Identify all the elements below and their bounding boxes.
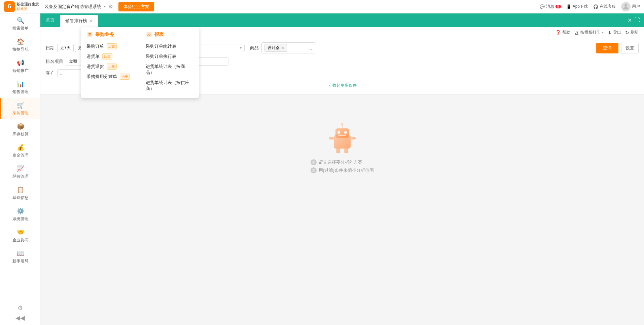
menu-item-expense[interactable]: 采购费用分摊单 历史 [85, 72, 136, 82]
sidebar-item-base[interactable]: 📋 基础信息 [0, 183, 40, 204]
sidebar-guide-label: 新手引导 [12, 258, 29, 264]
query-btn[interactable]: 查询 [596, 43, 618, 53]
goods-select[interactable]: 设计桑 ✕ ... [261, 42, 315, 53]
search-icon: 🔍 [17, 17, 24, 24]
system-title-arrow-icon[interactable]: ▾ [104, 5, 106, 8]
tab-window-close-icon[interactable]: ✕ [628, 17, 632, 24]
sidebar-settings-icon[interactable]: ⚙ [17, 304, 23, 312]
purchase-order-label: 采购订单 [86, 43, 104, 49]
sidebar-procurement-label: 采购管理 [12, 110, 29, 116]
settings-icon[interactable]: ⚙ [108, 3, 113, 10]
sidebar-item-finance[interactable]: 💰 资金管理 [0, 140, 40, 162]
empty-hints: ① 请先选择要分析的方案 ② 用[过滤]条件来缩小分析范围 [311, 159, 373, 173]
app-download-label: App下载 [573, 4, 588, 9]
sidebar-item-enterprise[interactable]: 🤝 企业协同 [0, 225, 40, 246]
sidebar-item-quick[interactable]: 🏠 快捷导航 [0, 35, 40, 56]
logo-badge: 标准版 [17, 7, 39, 11]
sidebar-item-system[interactable]: ⚙️ 系统管理 [0, 204, 40, 225]
goods-dots: ... [308, 45, 312, 51]
export-label: 导出 [613, 30, 621, 35]
sidebar-system-label: 系统管理 [12, 216, 29, 222]
tab-sales-rank-label: 销售排行榜 [65, 18, 87, 24]
date-btn-7days[interactable]: 近7天 [57, 44, 74, 52]
svg-point-4 [344, 131, 347, 134]
sidebar-item-marketing[interactable]: 📢 营销推广 [0, 56, 40, 77]
sidebar-search-label: 搜索菜单 [12, 26, 29, 31]
tab-close-icon[interactable]: ✕ [89, 18, 93, 23]
app-download-item[interactable]: 📱 App下载 [566, 4, 588, 9]
system-icon: ⚙️ [17, 207, 24, 215]
menu-section-business-title: 采购业务 [85, 31, 136, 38]
refresh-label: 刷新 [631, 30, 639, 35]
goods-tag-close-icon[interactable]: ✕ [281, 46, 284, 50]
tab-home-label: 首页 [46, 17, 55, 23]
receiving-history-badge[interactable]: 历史 [102, 53, 112, 59]
expense-history-badge[interactable]: 历史 [120, 74, 130, 80]
empty-hint-1: ① 请先选择要分析的方案 [311, 159, 373, 165]
svg-rect-6 [329, 137, 334, 139]
sidebar-item-guide[interactable]: 📖 新手引导 [0, 246, 40, 268]
sales-icon: 📊 [17, 80, 24, 88]
help-label: 帮助 [562, 30, 570, 35]
menu-item-order-exec[interactable]: 采购订单执行表 [144, 51, 195, 62]
print-label: 按模板打印 [580, 30, 601, 35]
tab-expand-icon[interactable]: ⛶ [635, 17, 640, 23]
user-label: 用户 [632, 4, 640, 9]
svg-point-11 [341, 123, 343, 125]
refresh-btn[interactable]: ↻ 刷新 [625, 30, 639, 35]
menu-item-purchase-order[interactable]: 采购订单 历史 [85, 41, 136, 51]
svg-rect-7 [351, 137, 356, 139]
menu-item-receiving-stats-supplier[interactable]: 进货单统计表（按供应商） [144, 78, 195, 94]
menu-section-report: 报表 采购订单统计表 采购订单执行表 进货单统计表（按商品） 进货单统计表（按供… [140, 31, 199, 94]
online-service-label: 在线客服 [600, 4, 616, 9]
hint-text-2: 用[过滤]条件来缩小分析范围 [319, 167, 373, 173]
goods-label: 商品 [250, 45, 259, 51]
hint-num-2: ② [311, 167, 317, 173]
return-history-badge[interactable]: 历史 [107, 64, 117, 70]
sidebar-item-search[interactable]: 🔍 搜索菜单 [0, 13, 40, 35]
menu-item-return[interactable]: 进货退货 历史 [85, 62, 136, 72]
setting-btn[interactable]: 设置 [621, 43, 639, 53]
tab-bar: 首页 销售排行榜 ✕ ✕ ⛶ [40, 13, 644, 27]
sidebar-item-operations[interactable]: 📈 经营管理 [0, 162, 40, 183]
guide-icon: 📖 [17, 250, 24, 257]
logo-text: 畅捷通好生意 [17, 2, 39, 6]
menu-item-order-stats[interactable]: 采购订单统计表 [144, 41, 195, 51]
empty-hint-2: ② 用[过滤]条件来缩小分析范围 [311, 167, 373, 173]
system-title-area: 装备及固定资产辅助管理系统 ▾ ⚙ 体验行业方案 [44, 2, 540, 11]
sidebar: 🔍 搜索菜单 🏠 快捷导航 📢 营销推广 📊 销售管理 🛒 采购管理 📦 库存核… [0, 13, 40, 325]
print-icon: 🖨 [574, 30, 579, 35]
sidebar-item-inventory[interactable]: 📦 库存核算 [0, 119, 40, 140]
tab-sales-rank[interactable]: 销售排行榜 ✕ [60, 15, 98, 27]
tab-home[interactable]: 首页 [40, 13, 60, 27]
sidebar-finance-label: 资金管理 [12, 153, 29, 158]
print-arrow-icon: ▾ [602, 31, 604, 34]
export-btn[interactable]: ⬇ 导出 [608, 30, 621, 35]
user-item[interactable]: 用户 [621, 2, 640, 11]
sidebar-item-sales[interactable]: 📊 销售管理 [0, 77, 40, 98]
logo-icon: 6 [4, 1, 15, 12]
sidebar-quick-label: 快捷导航 [12, 47, 29, 52]
export-icon: ⬇ [608, 30, 612, 35]
menu-item-receiving[interactable]: 进货单 历史 [85, 51, 136, 62]
message-item[interactable]: 💬 消息 9 [540, 4, 561, 9]
help-icon: ❓ [555, 30, 561, 35]
report-section-label: 报表 [154, 32, 164, 38]
menu-item-receiving-stats-goods[interactable]: 进货单统计表（按商品） [144, 62, 195, 78]
report-section-icon [146, 31, 152, 38]
sidebar-operations-label: 经营管理 [12, 174, 29, 179]
inventory-icon: 📦 [17, 123, 24, 130]
empty-illustration [325, 122, 359, 155]
svg-rect-13 [146, 32, 151, 37]
sidebar-collapse-icon[interactable]: ◀◀ [15, 314, 25, 322]
sidebar-sales-label: 销售管理 [12, 89, 29, 95]
industry-btn[interactable]: 体验行业方案 [118, 2, 154, 11]
help-btn[interactable]: ❓ 帮助 [555, 30, 570, 35]
order-exec-label: 采购订单执行表 [146, 53, 176, 59]
online-service-item[interactable]: 🎧 在线客服 [593, 4, 616, 9]
print-btn[interactable]: 🖨 按模板打印 ▾ [574, 30, 604, 35]
phone-icon: 📱 [566, 4, 571, 9]
purchase-order-history-badge[interactable]: 历史 [107, 43, 117, 49]
sidebar-bottom: ⚙ ◀◀ [0, 301, 40, 325]
sidebar-item-procurement[interactable]: 🛒 采购管理 [0, 98, 40, 119]
